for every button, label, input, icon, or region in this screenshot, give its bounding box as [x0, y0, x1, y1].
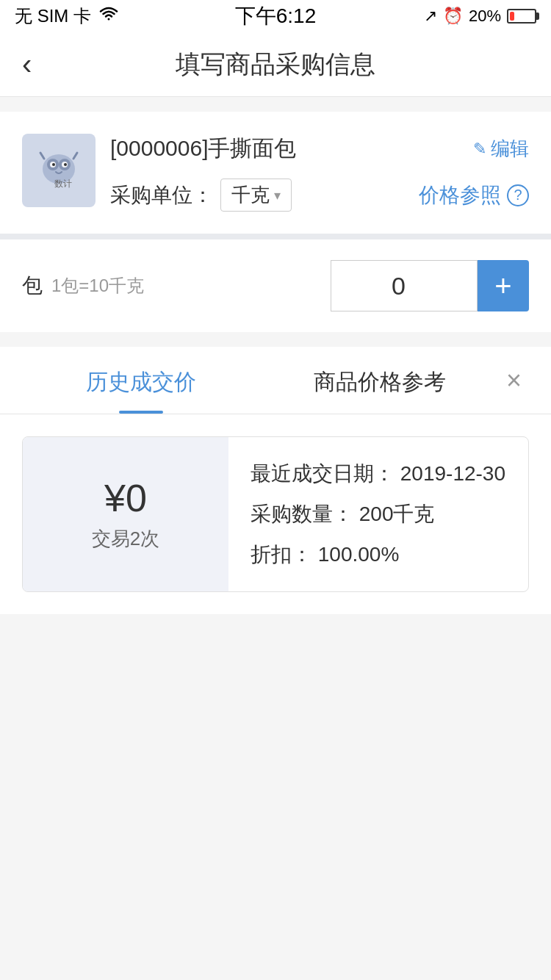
wifi-icon: [98, 6, 119, 26]
product-info: [0000006]手撕面包 ✎ 编辑 采购单位： 千克 ▾ 价格参照 ?: [110, 134, 529, 212]
svg-text:数计: 数计: [54, 179, 72, 189]
alarm-icon: ⏰: [443, 7, 463, 26]
quantity-control: +: [331, 260, 529, 311]
status-left: 无 SIM 卡: [15, 4, 119, 28]
unit-equiv: 1包=10千克: [51, 274, 144, 298]
close-button[interactable]: ×: [499, 358, 529, 403]
battery-icon: [507, 9, 536, 24]
history-qty-label: 采购数量：: [251, 502, 353, 525]
status-bar: 无 SIM 卡 下午6:12 ↗ ⏰ 20%: [0, 0, 551, 32]
history-qty-value: 200千克: [359, 502, 435, 525]
product-card: 数计 [0000006]手撕面包 ✎ 编辑 采购单位： 千克 ▾ 价格参照: [0, 112, 551, 234]
history-discount-value: 100.00%: [318, 543, 400, 566]
history-details-section: 最近成交日期： 2019-12-30 采购数量： 200千克 折扣： 100.0…: [228, 437, 528, 591]
quantity-input[interactable]: [331, 260, 478, 311]
history-content: ¥0 交易2次 最近成交日期： 2019-12-30 采购数量： 200千克 折…: [0, 414, 551, 614]
tab-history-price[interactable]: 历史成交价: [22, 347, 260, 414]
back-button[interactable]: ‹: [15, 40, 39, 88]
edit-icon: ✎: [473, 140, 486, 159]
product-image: 数计: [22, 134, 96, 207]
page-footer: [0, 614, 551, 980]
product-name: [0000006]手撕面包: [110, 134, 296, 164]
chevron-down-icon: ▾: [274, 187, 281, 203]
battery-fill: [510, 12, 514, 21]
svg-point-6: [64, 163, 67, 166]
page-title: 填写商品采购信息: [176, 48, 375, 82]
status-time: 下午6:12: [235, 4, 317, 27]
quantity-row: 包 1包=10千克 +: [0, 239, 551, 332]
carrier-label: 无 SIM 卡: [15, 4, 91, 28]
unit-badge: 包: [22, 272, 43, 300]
tab-active-indicator: [119, 411, 163, 414]
product-thumbnail-icon: 数计: [37, 145, 81, 196]
history-date-label: 最近成交日期：: [251, 462, 395, 485]
history-discount-row: 折扣： 100.00%: [251, 540, 506, 569]
edit-button[interactable]: ✎ 编辑: [473, 136, 529, 162]
status-right: ↗ ⏰ 20%: [424, 7, 536, 26]
history-date-value: 2019-12-30: [400, 462, 505, 485]
location-icon: ↗: [424, 7, 437, 26]
history-date-row: 最近成交日期： 2019-12-30: [251, 459, 506, 488]
history-discount-label: 折扣：: [251, 543, 312, 566]
unit-label: 采购单位： 千克 ▾: [110, 179, 292, 212]
tab-price-reference[interactable]: 商品价格参考: [260, 347, 498, 414]
help-icon: ?: [507, 184, 529, 206]
history-price-section: ¥0 交易2次: [23, 437, 228, 591]
history-trades-count: 交易2次: [92, 526, 159, 552]
svg-point-5: [52, 163, 55, 166]
price-reference-button[interactable]: 价格参照 ?: [419, 181, 529, 209]
history-qty-row: 采购数量： 200千克: [251, 500, 506, 528]
product-header: [0000006]手撕面包 ✎ 编辑: [110, 134, 529, 164]
history-card: ¥0 交易2次 最近成交日期： 2019-12-30 采购数量： 200千克 折…: [22, 436, 529, 592]
quantity-plus-button[interactable]: +: [478, 260, 529, 311]
section-separator: [0, 234, 551, 239]
battery-percent: 20%: [469, 7, 501, 26]
unit-info: 包 1包=10千克: [22, 272, 144, 300]
tabs-section: 历史成交价 商品价格参考 × ¥0 交易2次 最近成交日期： 2019-12-3…: [0, 347, 551, 614]
history-price-value: ¥0: [104, 476, 147, 520]
unit-select-dropdown[interactable]: 千克 ▾: [220, 179, 292, 212]
nav-bar: ‹ 填写商品采购信息: [0, 32, 551, 97]
tabs-header: 历史成交价 商品价格参考 ×: [0, 347, 551, 414]
product-unit-row: 采购单位： 千克 ▾ 价格参照 ?: [110, 179, 529, 212]
